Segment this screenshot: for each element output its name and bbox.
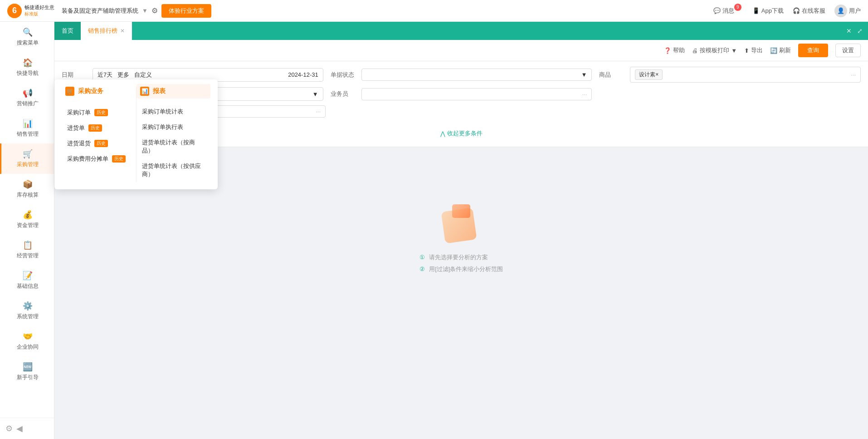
logo-text: 畅捷通好生意 标准版: [24, 4, 54, 17]
home-icon: 🏠: [23, 58, 33, 68]
empty-hint2-text: 用[过滤]条件来缩小分析范围: [429, 266, 503, 272]
dropdown-item-purchase-order-stat[interactable]: 采购订单统计表: [140, 104, 207, 119]
sidebar-guide-label: 新手引导: [17, 374, 39, 381]
dropdown-item-purchase-order-exec[interactable]: 采购订单执行表: [140, 119, 207, 135]
sidebar-item-operations[interactable]: 📋 经营管理: [0, 235, 54, 265]
sidebar-item-quick-nav[interactable]: 🏠 快捷导航: [0, 52, 54, 83]
reports-section-label: 报表: [153, 87, 166, 95]
purchase-section-title: 🛒 采购业务: [65, 87, 132, 99]
messages-label: 消息: [722, 7, 734, 15]
goods-input[interactable]: 设计素× ···: [630, 67, 861, 83]
reports-section-icon: 📊: [140, 87, 149, 96]
dropdown-item-purchase-order[interactable]: 采购订单 历史: [65, 105, 132, 120]
salesperson-label: 业务员: [331, 90, 358, 98]
sidebar-item-guide[interactable]: 🆕 新手引导: [0, 356, 54, 387]
messages-btn[interactable]: 💬 消息 9: [713, 7, 743, 15]
sidebar-system-label: 系统管理: [17, 313, 39, 321]
rank-dropdown-icon: ▼: [312, 91, 318, 98]
salesperson-dots[interactable]: ···: [582, 91, 587, 98]
print-label: 按模板打印: [700, 46, 729, 54]
sidebar-inventory-label: 库存核算: [17, 191, 39, 199]
tab-home-label: 首页: [62, 27, 73, 35]
system-settings-icon[interactable]: ⚙: [151, 6, 158, 15]
goods-receipt-history-badge: 历史: [88, 124, 102, 132]
empty-hint2: ② 用[过滤]条件来缩小分析范围: [419, 263, 503, 275]
empty-hint1-text: 请先选择要分析的方案: [429, 254, 488, 261]
refresh-btn[interactable]: 🔄 刷新: [770, 46, 791, 54]
industry-btn[interactable]: 体验行业方案: [161, 4, 211, 18]
online-service-label: 在线客服: [802, 7, 825, 15]
dropdown-item-goods-receipt[interactable]: 进货单 历史: [65, 120, 132, 136]
system-dropdown-icon[interactable]: ▼: [142, 7, 148, 14]
help-btn[interactable]: ❓ 帮助: [664, 46, 685, 54]
goods-label: 商品: [599, 71, 626, 79]
sidebar-item-basic-info[interactable]: 📝 基础信息: [0, 265, 54, 296]
tabbar: 首页 销售排行榜 ✕ ✕ ⤢: [54, 22, 868, 40]
date-label: 日期: [62, 71, 89, 79]
goods-stat-by-product-label: 进货单统计表（按商品）: [142, 138, 205, 155]
sidebar: 🔍 搜索菜单 🏠 快捷导航 📢 营销推广 📊 销售管理 🛒 采购管理 📦 库存核…: [0, 22, 54, 439]
print-dropdown-icon: ▼: [731, 47, 737, 54]
search-icon: 🔍: [23, 27, 33, 37]
settings-btn[interactable]: 设置: [835, 44, 861, 57]
sidebar-item-purchase[interactable]: 🛒 采购管理: [0, 143, 54, 174]
sidebar-bottom: ⚙ ◀: [0, 418, 54, 439]
print-icon: 🖨: [692, 47, 698, 54]
logo-area: 6 畅捷通好生意 标准版: [7, 4, 62, 18]
purchase-icon: 🛒: [23, 149, 33, 159]
print-btn[interactable]: 🖨 按模板打印 ▼: [692, 46, 737, 54]
purchase-dropdown-menu: 🛒 采购业务 采购订单 历史 进货单 历史 进货退货 历史 采购费用分摊单 历史…: [54, 79, 218, 189]
sidebar-item-search[interactable]: 🔍 搜索菜单: [0, 22, 54, 52]
empty-state-icon: [439, 201, 484, 246]
empty-text: ① 请先选择要分析的方案 ② 用[过滤]条件来缩小分析范围: [419, 252, 503, 275]
app-download-btn[interactable]: 📱 App下载: [752, 7, 784, 15]
tabbar-actions: ✕ ⤢: [844, 25, 868, 36]
goods-dots[interactable]: ···: [851, 71, 856, 78]
guide-icon: 🆕: [23, 362, 33, 372]
dropdown-item-goods-return[interactable]: 进货退货 历史: [65, 136, 132, 151]
help-icon: ❓: [664, 47, 671, 54]
online-service-btn[interactable]: 🎧 在线客服: [793, 7, 825, 15]
purchase-section-label: 采购业务: [78, 87, 103, 95]
customer-dots[interactable]: ···: [316, 108, 321, 115]
message-icon: 💬: [713, 7, 721, 14]
tab-close-icon[interactable]: ✕: [120, 28, 125, 34]
sidebar-item-inventory[interactable]: 📦 库存核算: [0, 174, 54, 204]
dropdown-item-goods-stat-by-product[interactable]: 进货单统计表（按商品）: [140, 135, 207, 158]
goods-stat-by-supplier-label: 进货单统计表（按供应商）: [142, 162, 205, 178]
app-download-label: App下载: [761, 7, 784, 15]
sidebar-item-marketing[interactable]: 📢 营销推广: [0, 83, 54, 113]
reports-section: 📊 报表 采购订单统计表 采购订单执行表 进货单统计表（按商品） 进货单统计表（…: [136, 87, 210, 182]
dropdown-item-purchase-expense[interactable]: 采购费用分摊单 历史: [65, 151, 132, 167]
marketing-icon: 📢: [23, 88, 33, 98]
sidebar-item-capital[interactable]: 💰 资金管理: [0, 204, 54, 235]
doc-status-filter: 单据状态 ▼: [331, 69, 592, 81]
user-area[interactable]: 👤 用户: [834, 5, 861, 17]
sidebar-cooperation-label: 企业协同: [17, 343, 39, 351]
sidebar-item-sales[interactable]: 📊 销售管理: [0, 113, 54, 143]
sidebar-operations-label: 经营管理: [17, 252, 39, 260]
tab-expand-icon[interactable]: ⤢: [855, 25, 864, 36]
purchase-order-stat-label: 采购订单统计表: [142, 108, 183, 116]
sidebar-item-cooperation[interactable]: 🤝 企业协同: [0, 326, 54, 356]
empty-icon-top: [452, 204, 470, 218]
sidebar-item-system[interactable]: ⚙️ 系统管理: [0, 296, 54, 326]
dropdown-item-goods-stat-by-supplier[interactable]: 进货单统计表（按供应商）: [140, 158, 207, 182]
logo-badge: 标准版: [24, 11, 54, 17]
date-value: 2024-12-31: [288, 71, 318, 78]
tab-close-window-icon[interactable]: ✕: [844, 25, 853, 36]
query-btn[interactable]: 查询: [798, 44, 828, 57]
collapse-btn[interactable]: ⋀ 收起更多条件: [440, 126, 483, 141]
sidebar-marketing-label: 营销推广: [17, 100, 39, 108]
tab-sales-rank[interactable]: 销售排行榜 ✕: [81, 22, 132, 40]
salesperson-input[interactable]: ···: [361, 88, 592, 100]
sidebar-collapse-icon[interactable]: ◀: [16, 424, 23, 434]
doc-status-input[interactable]: ▼: [361, 69, 592, 81]
tab-home[interactable]: 首页: [54, 22, 81, 40]
headset-icon: 🎧: [793, 7, 800, 14]
sidebar-basic-info-label: 基础信息: [17, 282, 39, 290]
system-area: 装备及固定资产辅助管理系统 ▼ ⚙ 体验行业方案: [62, 4, 713, 18]
export-btn[interactable]: ⬆ 导出: [744, 46, 763, 54]
sidebar-settings-icon[interactable]: ⚙: [5, 424, 13, 434]
doc-status-label: 单据状态: [331, 71, 358, 79]
